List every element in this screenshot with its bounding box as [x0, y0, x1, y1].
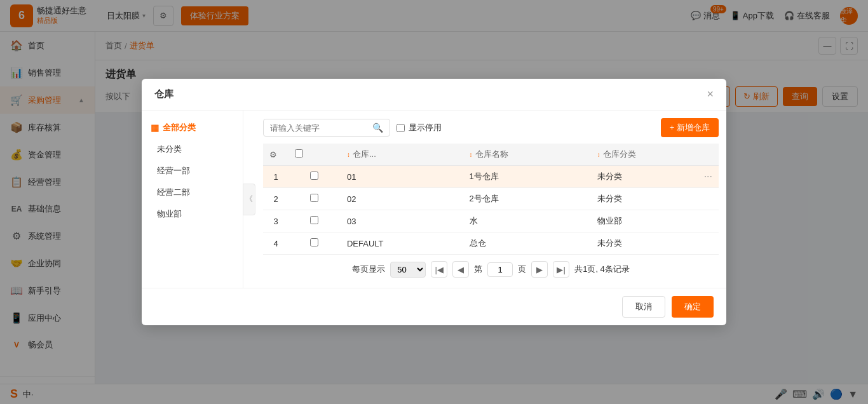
row-category: 未分类 — [591, 188, 719, 210]
modal-table-area: 🔍 显示停用 + 新增仓库 ⚙ — [255, 111, 726, 288]
row-name: 1号仓库 — [463, 166, 591, 188]
pagination-bar: 每页显示 50 100 200 |◀ ◀ 第 页 ▶ ▶| 共1页, 4条记录 — [263, 255, 719, 280]
modal-toolbar: 🔍 显示停用 + 新增仓库 — [263, 118, 719, 137]
grid-icon: ▦ — [151, 123, 159, 133]
cancel-button[interactable]: 取消 — [622, 296, 665, 318]
row-num: 3 — [263, 210, 288, 232]
row-checkbox[interactable] — [310, 238, 318, 246]
gear-icon: ⚙ — [269, 150, 277, 159]
all-categories-label: 全部分类 — [163, 122, 196, 133]
search-input[interactable] — [270, 123, 369, 133]
row-name: 水 — [463, 210, 591, 232]
row-code: 03 — [341, 210, 463, 232]
page-input[interactable] — [487, 262, 513, 277]
search-icon: 🔍 — [372, 123, 383, 133]
select-all-checkbox[interactable] — [295, 149, 303, 158]
th-checkbox — [288, 144, 341, 166]
next-page-button[interactable]: ▶ — [531, 261, 548, 278]
row-checkbox[interactable] — [310, 216, 318, 224]
page-word2: 页 — [518, 264, 526, 275]
row-checkbox-cell — [288, 232, 341, 255]
modal-title: 仓库 — [154, 88, 707, 100]
chevron-left-icon: 《 — [245, 194, 253, 205]
th-settings: ⚙ — [263, 144, 288, 166]
modal-body: ▦ 全部分类 未分类 经营一部 经营二部 物业部 《 — [142, 111, 726, 288]
last-page-button[interactable]: ▶| — [553, 261, 569, 278]
row-code: 02 — [341, 188, 463, 210]
modal-footer: 取消 确定 — [142, 288, 726, 325]
table-body: 1 01 1号仓库 未分类 ··· 2 — [263, 166, 719, 255]
sort-icon: ↕ — [347, 151, 350, 158]
prev-page-button[interactable]: ◀ — [452, 261, 469, 278]
all-categories-item[interactable]: ▦ 全部分类 — [142, 117, 243, 138]
row-num: 2 — [263, 188, 288, 210]
th-name: ↕ 仓库名称 — [463, 144, 591, 166]
collapse-sidebar-button[interactable]: 《 — [243, 184, 255, 215]
table-row[interactable]: 4 DEFAULT 总仓 未分类 — [263, 232, 719, 255]
row-category: 未分类 — [591, 232, 719, 255]
search-box: 🔍 — [263, 119, 390, 137]
table-header: ⚙ ↕ 仓库... — [263, 144, 719, 166]
category-sidebar: ▦ 全部分类 未分类 经营一部 经营二部 物业部 — [142, 111, 243, 288]
total-info: 共1页, 4条记录 — [574, 264, 630, 275]
add-warehouse-button[interactable]: + 新增仓库 — [661, 118, 719, 137]
page-size-label: 每页显示 — [352, 264, 385, 275]
row-actions-icon[interactable]: ··· — [704, 171, 712, 182]
first-page-button[interactable]: |◀ — [431, 261, 447, 278]
row-checkbox-cell — [288, 188, 341, 210]
warehouse-modal: 仓库 × ▦ 全部分类 未分类 经营一部 经营二部 物业部 《 — [142, 79, 726, 325]
row-category: 物业部 — [591, 210, 719, 232]
row-num: 4 — [263, 232, 288, 255]
row-code: 01 — [341, 166, 463, 188]
row-category: 未分类 ··· — [591, 166, 719, 188]
category-item-property[interactable]: 物业部 — [142, 203, 243, 225]
th-category: ↕ 仓库分类 — [591, 144, 719, 166]
sort-icon3: ↕ — [597, 151, 600, 158]
warehouse-table: ⚙ ↕ 仓库... — [263, 144, 719, 255]
row-code: DEFAULT — [341, 232, 463, 255]
modal-close-button[interactable]: × — [707, 88, 714, 101]
show-disabled-check[interactable] — [397, 124, 405, 132]
row-name: 总仓 — [463, 232, 591, 255]
row-num: 1 — [263, 166, 288, 188]
table-row[interactable]: 2 02 2号仓库 未分类 — [263, 188, 719, 210]
row-name: 2号仓库 — [463, 188, 591, 210]
th-code: ↕ 仓库... — [341, 144, 463, 166]
category-item-dept2[interactable]: 经营二部 — [142, 182, 243, 203]
row-checkbox[interactable] — [310, 172, 318, 180]
category-item-unclassified[interactable]: 未分类 — [142, 138, 243, 160]
table-row[interactable]: 3 03 水 物业部 — [263, 210, 719, 232]
row-checkbox-cell — [288, 210, 341, 232]
table-row[interactable]: 1 01 1号仓库 未分类 ··· — [263, 166, 719, 188]
table-container: ⚙ ↕ 仓库... — [263, 144, 719, 255]
row-checkbox-cell — [288, 166, 341, 188]
row-checkbox[interactable] — [310, 194, 318, 202]
page-size-select[interactable]: 50 100 200 — [390, 262, 426, 278]
sort-icon2: ↕ — [470, 151, 473, 158]
show-disabled-checkbox[interactable]: 显示停用 — [397, 122, 442, 133]
category-item-dept1[interactable]: 经营一部 — [142, 160, 243, 182]
modal-header: 仓库 × — [142, 79, 726, 111]
page-word: 第 — [474, 264, 482, 275]
confirm-button[interactable]: 确定 — [672, 296, 714, 318]
